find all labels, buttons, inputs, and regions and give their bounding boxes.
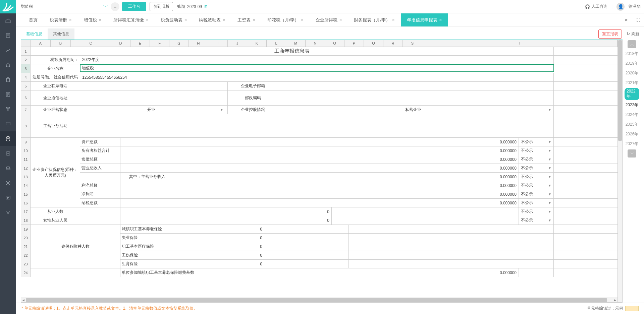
svg-rect-0 [6,34,10,38]
svg-rect-4 [6,122,10,125]
consult-link[interactable]: 🎧人工咨询 [585,4,607,9]
refresh-icon: ↻ [627,32,630,36]
year-2022[interactable]: 2022年 [625,88,639,100]
chevron-down-icon: ﹀ [103,4,108,10]
tabbar: 首页 税表清册× 增值税× 所得税汇算清缴× 税负波动表× 纳税波动表× 工资表… [16,13,644,27]
tab-annual-report[interactable]: 年报信息申报表× [401,13,448,26]
nav-chart-icon[interactable] [0,43,16,58]
note-icon[interactable]: ≡ [111,2,119,11]
tab-home[interactable]: 首页 [23,13,44,26]
nav-screen-icon[interactable] [0,117,16,131]
username[interactable]: 徐泽华 [629,4,641,9]
tab-tax-burden[interactable]: 税负波动表× [155,13,193,26]
tab-vat[interactable]: 增值税× [78,13,108,26]
close-all-button[interactable]: ✕ [620,13,632,26]
nav-calc-icon[interactable] [0,87,16,102]
footer-note: * 单元格编辑说明：1、点击单元格直接录入数值或文本。2、清空单元格数值或文本恢… [21,306,198,311]
tab-tax-pay[interactable]: 纳税波动表× [193,13,231,26]
tab-income-settle[interactable]: 所得税汇算清缴× [107,13,155,26]
topbar: 增值税 ﹀ ≡ 工作台 切到旧版 账期 2023-09 🗓 🎧人工咨询 | 👤 … [16,0,644,13]
tab-salary[interactable]: 工资表× [231,13,261,26]
tab-stamp[interactable]: 印花税（月/季）× [261,13,310,26]
close-icon[interactable]: × [301,17,304,22]
close-icon[interactable]: × [99,17,102,22]
period-value[interactable]: 2023-09 [187,4,202,9]
app-logo [0,0,16,13]
nav-tool-icon[interactable] [0,102,16,117]
main: 增值税 ﹀ ≡ 工作台 切到旧版 账期 2023-09 🗓 🎧人工咨询 | 👤 … [16,0,644,314]
year-rail: ︿ 2018年 2019年 2020年 2021年 2022年 2023年 20… [625,40,639,303]
nav-settings-icon[interactable] [0,176,16,190]
year-up-icon[interactable]: ︿ [628,40,636,48]
year-2020[interactable]: 2020年 [626,68,639,78]
subtab-other[interactable]: 其他信息 [48,28,74,40]
year-2018[interactable]: 2018年 [626,49,639,59]
company-name: 增值税 [21,4,33,9]
nav-v-icon[interactable] [0,205,16,220]
avatar[interactable]: 👤 [616,3,625,11]
subtabs: 基础信息 其他信息 重置报表 ↻刷新 [16,27,644,40]
spreadsheet[interactable]: AB C DEFGHIJKLMNOPQRST 1工商年报信息表 2税款所属期间：… [21,40,623,303]
nav-clipboard-icon[interactable] [0,72,16,87]
close-icon[interactable]: × [69,17,72,22]
nav-tax-icon[interactable] [0,131,16,146]
svg-point-5 [6,137,10,139]
close-icon[interactable]: × [339,17,342,22]
reset-report-button[interactable]: 重置报表 [598,29,622,39]
nav-transfer-icon[interactable] [0,146,16,161]
legend-swatch [625,306,639,311]
company-select[interactable]: 增值税 ﹀ [21,4,108,10]
year-2021[interactable]: 2021年 [626,78,639,88]
old-version-button[interactable]: 切到旧版 [150,2,173,11]
fullscreen-button[interactable]: ⛶ [632,13,644,26]
close-icon[interactable]: × [253,17,255,22]
year-2024[interactable]: 2024年 [626,110,639,120]
headset-icon: 🎧 [585,4,590,9]
close-icon[interactable]: × [392,17,395,22]
holding-select[interactable]: 私营企业▼ [278,106,554,114]
year-2026[interactable]: 2026年 [626,129,639,139]
period-label: 账期 [177,4,185,9]
refresh-button[interactable]: ↻刷新 [627,31,639,37]
tab-tax-list[interactable]: 税表清册× [44,13,78,26]
topbar-right: 🎧人工咨询 | 👤 徐泽华 [585,3,641,11]
tab-corp-income[interactable]: 企业所得税× [310,13,348,26]
nav-video-icon[interactable] [0,190,16,205]
svg-rect-8 [6,196,10,199]
calendar-icon[interactable]: 🗓 [204,4,208,9]
vertical-scrollbar[interactable] [618,40,622,302]
workspace-button[interactable]: 工作台 [122,2,146,11]
nav-doc-icon[interactable] [0,28,16,43]
close-icon[interactable]: × [439,17,442,22]
nav-inbox-icon[interactable] [0,161,16,176]
tab-fin-report[interactable]: 财务报表（月/季）× [348,13,400,26]
svg-rect-3 [6,92,10,97]
company-name-cell[interactable]: 增值税 [80,64,554,72]
period-group: 账期 2023-09 🗓 [177,4,208,9]
sidebar [0,0,16,314]
year-2019[interactable]: 2019年 [626,59,639,68]
close-icon[interactable]: × [146,17,149,22]
svg-point-7 [7,182,9,184]
sheet-title: 工商年报信息表 [31,47,554,55]
footer: * 单元格编辑说明：1、点击单元格直接录入数值或文本。2、清空单元格数值或文本恢… [16,303,644,314]
horizontal-scrollbar[interactable]: ◄► [21,298,618,302]
year-down-icon[interactable]: ﹀ [628,149,636,158]
legend-label: 单元格编辑过：示例 [587,306,623,311]
year-2025[interactable]: 2025年 [626,120,639,129]
year-2023[interactable]: 2023年 [626,100,639,110]
year-2027[interactable]: 2027年 [626,139,639,149]
subtab-basic[interactable]: 基础信息 [21,28,48,40]
close-icon[interactable]: × [223,17,225,22]
status-select[interactable]: 开业▼ [80,106,228,114]
nav-home-icon[interactable] [0,13,16,28]
nav-bag-icon[interactable] [0,58,16,72]
column-headers: AB C DEFGHIJKLMNOPQRST [21,40,618,47]
close-icon[interactable]: × [184,17,187,22]
